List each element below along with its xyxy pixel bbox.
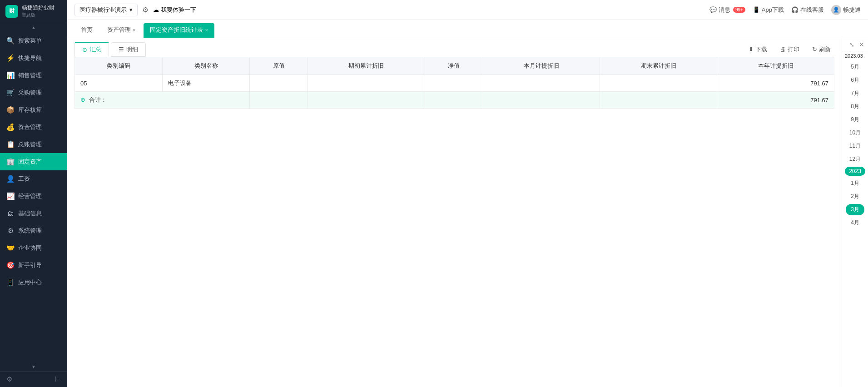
nav-icon-3: 🛒: [6, 89, 15, 97]
right-date-panel: ⤡ ✕ 2023.03 5月6月7月8月9月10月11月12月20231月2月3…: [842, 38, 868, 387]
refresh-icon: ↻: [812, 46, 817, 53]
tab-home[interactable]: 首页: [74, 23, 99, 38]
settings-button[interactable]: ⚙: [142, 5, 149, 14]
date-item-3[interactable]: 8月: [842, 100, 868, 113]
sub-tab-detail[interactable]: ☰ 明细: [111, 42, 146, 57]
service-button[interactable]: 🎧 在线客服: [791, 6, 824, 14]
date-item-7[interactable]: 12月: [842, 153, 868, 166]
cell-summary-monthly: [483, 92, 600, 109]
topbar-left: 医疗器械行业演示 ▾ ⚙ ☁ 我要体验一下: [74, 4, 196, 16]
sidebar-item-9[interactable]: 📈经营管理: [0, 188, 67, 205]
sidebar-scroll-down[interactable]: ▼: [0, 362, 67, 371]
cell-summary-annual: 791.67: [717, 92, 834, 109]
panel-expand-button[interactable]: ⤡: [848, 40, 856, 49]
summary-icon: ⊙: [82, 46, 87, 53]
sidebar-scroll-up[interactable]: ▲: [0, 23, 67, 32]
download-icon: ⬇: [749, 46, 754, 53]
panel-close-button[interactable]: ✕: [857, 40, 866, 49]
nav-label-10: 基础信息: [18, 209, 42, 218]
nav-label-7: 固定资产: [18, 158, 42, 166]
sidebar-item-3[interactable]: 🛒采购管理: [0, 84, 67, 101]
date-item-1[interactable]: 6月: [842, 74, 868, 87]
print-button[interactable]: 🖨 打印: [776, 44, 803, 55]
table-container: 类别编码 类别名称 原值 期初累计折旧 净值 本月计提折旧 期末累计折旧 本年计…: [67, 57, 842, 387]
message-badge: 99+: [733, 7, 745, 13]
col-monthly: 本月计提折旧: [483, 57, 600, 75]
date-item-8[interactable]: 2023: [845, 167, 865, 176]
sidebar-item-11[interactable]: ⚙系统管理: [0, 222, 67, 239]
sidebar-item-5[interactable]: 💰资金管理: [0, 119, 67, 136]
date-item-4[interactable]: 9月: [842, 113, 868, 126]
settings-icon[interactable]: ⚙: [6, 375, 12, 383]
nav-label-12: 企业协同: [18, 244, 42, 252]
nav-icon-12: 🤝: [6, 244, 15, 252]
nav-icon-4: 📦: [6, 106, 15, 114]
sidebar-item-10[interactable]: 🗂基础信息: [0, 205, 67, 222]
cell-name: 电子设备: [162, 75, 250, 92]
message-button[interactable]: 💬 消息 99+: [709, 6, 745, 14]
nav-icon-7: 🏢: [6, 158, 15, 166]
sidebar-header: 财 畅捷通好业财 普及版: [0, 0, 67, 23]
date-item-6[interactable]: 11月: [842, 139, 868, 153]
sidebar-item-2[interactable]: 📊销售管理: [0, 67, 67, 84]
content-area: ⊙ 汇总 ☰ 明细 ⬇ 下载 🖨 打印: [67, 38, 868, 387]
experience-button[interactable]: ☁ 我要体验一下: [153, 6, 196, 14]
sidebar-item-1[interactable]: ⚡快捷导航: [0, 50, 67, 67]
col-name: 类别名称: [162, 57, 250, 75]
app-subtitle: 普及版: [22, 12, 55, 18]
sub-tab-summary[interactable]: ⊙ 汇总: [74, 42, 109, 57]
refresh-button[interactable]: ↻ 刷新: [808, 44, 834, 55]
date-item-10[interactable]: 2月: [842, 190, 868, 203]
sidebar-item-0[interactable]: 🔍搜索菜单: [0, 32, 67, 50]
nav-icon-6: 📋: [6, 140, 15, 149]
nav-icon-5: 💰: [6, 123, 15, 131]
user-button[interactable]: 👤 畅捷通: [831, 5, 861, 15]
message-icon: 💬: [709, 6, 717, 13]
table-row: 05 电子设备 791.67: [75, 75, 834, 92]
cell-monthly: [483, 75, 600, 92]
app-logo: 财: [5, 5, 18, 18]
collapse-icon[interactable]: ⊢: [55, 375, 61, 383]
table-header-row: 类别编码 类别名称 原值 期初累计折旧 净值 本月计提折旧 期末累计折旧 本年计…: [75, 57, 834, 75]
detail-icon: ☰: [119, 46, 124, 53]
avatar-icon: 👤: [831, 5, 841, 15]
nav-label-8: 工资: [18, 175, 30, 183]
date-item-2[interactable]: 7月: [842, 87, 868, 100]
sidebar-item-6[interactable]: 📋总账管理: [0, 136, 67, 153]
cell-code: 05: [75, 75, 163, 92]
nav-label-3: 采购管理: [18, 89, 42, 97]
download-button[interactable]: ⬇ 下载: [745, 44, 771, 55]
cell-summary-original: [250, 92, 308, 109]
cell-net: [425, 75, 483, 92]
cell-summary-net: [425, 92, 483, 109]
summary-row: ⊕ 合计： 791.67: [75, 92, 834, 109]
summary-expand-icon[interactable]: ⊕: [80, 96, 85, 103]
sub-tab-row: ⊙ 汇总 ☰ 明细 ⬇ 下载 🖨 打印: [67, 38, 842, 57]
sidebar-item-7[interactable]: 🏢固定资产: [0, 153, 67, 170]
app-title: 畅捷通好业财: [22, 5, 55, 12]
tab-depreciation-close[interactable]: ×: [205, 27, 208, 33]
date-item-11[interactable]: 3月: [846, 204, 864, 215]
tab-depreciation-table[interactable]: 固定资产折旧统计表 ×: [144, 23, 214, 38]
sub-tabbar: ⊙ 汇总 ☰ 明细: [74, 42, 146, 57]
tab-asset-close[interactable]: ×: [133, 27, 135, 33]
company-name: 医疗器械行业演示: [79, 6, 127, 14]
date-item-12[interactable]: 4月: [842, 216, 868, 229]
sidebar-item-14[interactable]: 📱应用中心: [0, 274, 67, 291]
sidebar-item-4[interactable]: 📦库存核算: [0, 101, 67, 119]
cloud-icon: ☁: [153, 6, 159, 13]
col-code: 类别编码: [75, 57, 163, 75]
cell-summary-initial: [308, 92, 425, 109]
sidebar-item-12[interactable]: 🤝企业协同: [0, 239, 67, 257]
date-item-5[interactable]: 10月: [842, 126, 868, 139]
sidebar-item-8[interactable]: 👤工资: [0, 170, 67, 188]
date-item-0[interactable]: 5月: [842, 60, 868, 74]
topbar: 医疗器械行业演示 ▾ ⚙ ☁ 我要体验一下 💬 消息 99+ 📱 App下载 🎧…: [67, 0, 868, 20]
col-annual: 本年计提折旧: [717, 57, 834, 75]
sidebar-item-13[interactable]: 🎯新手引导: [0, 257, 67, 274]
app-download-button[interactable]: 📱 App下载: [753, 6, 784, 14]
tab-asset-management[interactable]: 资产管理 ×: [101, 23, 142, 38]
nav-icon-8: 👤: [6, 175, 15, 183]
company-selector[interactable]: 医疗器械行业演示 ▾: [74, 4, 138, 16]
date-item-9[interactable]: 1月: [842, 177, 868, 190]
